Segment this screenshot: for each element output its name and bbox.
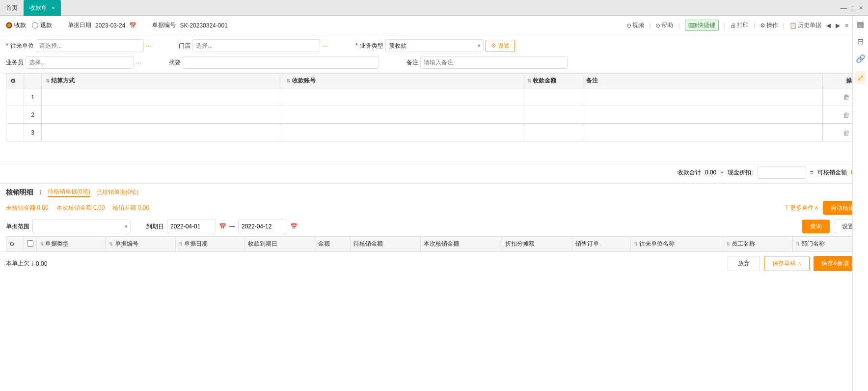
query-btn[interactable]: 查询 bbox=[802, 220, 830, 233]
tab-bar-controls: — □ × bbox=[840, 4, 868, 12]
save-draft-caret: ∧ bbox=[798, 261, 801, 266]
sort-icon[interactable]: ⇅ bbox=[46, 78, 50, 84]
counterpart-more-icon[interactable]: ··· bbox=[146, 42, 152, 50]
amount-input-1[interactable] bbox=[527, 94, 578, 101]
net-label: 可核销金额 bbox=[817, 168, 847, 177]
bottom-col-checkbox[interactable] bbox=[24, 237, 37, 251]
doc-limit-info: 本单上欠 ℹ 0.00 bbox=[6, 259, 47, 268]
doc-number-label: 单据编号 bbox=[152, 21, 176, 29]
delete-icon-3[interactable]: 🗑 bbox=[843, 129, 850, 137]
bottom-col-doc-date: ⇅ 单据日期 bbox=[175, 237, 244, 251]
help-btn[interactable]: ⊙ 帮助 bbox=[655, 21, 673, 29]
sidebar-icon-1[interactable]: ▦ bbox=[857, 20, 864, 29]
doc-range-field: 单据范围 ▼ bbox=[6, 220, 131, 233]
operation-btn[interactable]: ⚙ 操作 bbox=[760, 21, 778, 29]
note-input-2[interactable] bbox=[586, 112, 818, 118]
doc-range-select[interactable] bbox=[32, 220, 131, 233]
bottom-col-sales-order: 销售订单 bbox=[572, 237, 630, 251]
salesperson-input[interactable] bbox=[26, 56, 134, 69]
summary-row: 收款合计 0.00 + 现金折扣: = 可核销金额 0.00 bbox=[0, 162, 868, 183]
history-btn[interactable]: 📋 历史单据 bbox=[789, 21, 821, 29]
note-input-3[interactable] bbox=[586, 129, 818, 136]
form-row-1: * 往来单位 ··· 门店 ··· * 业务类型 预收款 ▼ bbox=[6, 39, 862, 52]
salesperson-label: 业务员 bbox=[6, 58, 24, 67]
more-conditions-btn[interactable]: ⊤ 更多条件 ∧ bbox=[784, 204, 819, 212]
select-all-checkbox[interactable] bbox=[27, 240, 33, 247]
radio-refund[interactable]: 退款 bbox=[32, 21, 52, 29]
footer: 本单上欠 ℹ 0.00 放弃 保存草稿 ∧ 保存&新增 ∧ bbox=[0, 251, 868, 275]
form-section: * 往来单位 ··· 门店 ··· * 业务类型 预收款 ▼ bbox=[0, 35, 868, 73]
bottom-col-employee: ⇅ 员工名称 bbox=[723, 237, 792, 251]
col-settings-header[interactable]: ⚙ bbox=[6, 74, 24, 88]
delete-icon-2[interactable]: 🗑 bbox=[843, 111, 850, 119]
delete-icon-1[interactable]: 🗑 bbox=[843, 93, 850, 101]
due-date-to[interactable] bbox=[238, 220, 287, 233]
note-input-1[interactable] bbox=[586, 94, 818, 101]
col-settlement-header: ⇅ 结算方式 bbox=[42, 74, 282, 88]
window-close-icon[interactable]: × bbox=[859, 4, 863, 12]
window-minimize-icon[interactable]: — bbox=[840, 4, 847, 12]
window-maximize-icon[interactable]: □ bbox=[851, 4, 855, 12]
amount-input-3[interactable] bbox=[527, 129, 578, 136]
calendar-from-icon[interactable]: 📅 bbox=[219, 223, 226, 230]
amount-input-2[interactable] bbox=[527, 112, 578, 118]
salesperson-more-icon[interactable]: ··· bbox=[136, 58, 141, 66]
settings-button[interactable]: ⚙ 设置 bbox=[486, 40, 515, 52]
print-btn[interactable]: 🖨 打印 bbox=[730, 21, 749, 29]
nuclear-filter-row: 单据范围 ▼ 到期日 📅 — 📅 查询 设置 bbox=[6, 217, 862, 236]
account-input-1[interactable] bbox=[286, 94, 518, 101]
sidebar-icon-3[interactable]: 🔗 bbox=[856, 54, 866, 63]
footer-info-icon: ℹ bbox=[31, 260, 34, 267]
discount-input[interactable] bbox=[757, 166, 806, 179]
due-date-label: 到期日 bbox=[146, 223, 164, 231]
bottom-table-wrapper: ⚙ ⇅ 单据类型 ⇅ 单据编号 ⇅ 单据日期 收款到期日 金额 待核销金额 本次… bbox=[6, 236, 862, 251]
shortcut-btn[interactable]: ⌨ 快捷键 bbox=[685, 20, 719, 31]
calendar-icon[interactable]: 📅 bbox=[129, 22, 136, 29]
bottom-col-settings[interactable]: ⚙ bbox=[6, 237, 24, 251]
due-date-from[interactable] bbox=[167, 220, 216, 233]
tab-home[interactable]: 首页 bbox=[0, 0, 24, 16]
business-type-select[interactable]: 预收款 bbox=[385, 39, 484, 52]
table-row: 2 🗑 ⧉ bbox=[6, 106, 862, 124]
store-input[interactable] bbox=[192, 39, 320, 52]
sort-icon-2[interactable]: ⇅ bbox=[286, 78, 290, 84]
nuclear-title: 核销明细 bbox=[6, 188, 33, 197]
video-btn[interactable]: ⊙ 视频 bbox=[626, 21, 644, 29]
counterpart-label: 往来单位 bbox=[10, 42, 34, 50]
tab-receipt[interactable]: 收款单 × bbox=[24, 0, 61, 16]
settlement-input-1[interactable] bbox=[46, 94, 278, 101]
doc-number-value: SK-20230324-001 bbox=[180, 22, 227, 29]
nav-left-icon[interactable]: ◀ bbox=[826, 22, 831, 29]
sidebar-icon-2[interactable]: ⊟ bbox=[857, 37, 864, 46]
save-draft-btn[interactable]: 保存草稿 ∧ bbox=[764, 256, 810, 271]
bottom-col-due-date: 收款到期日 bbox=[245, 237, 315, 251]
tab-close-icon[interactable]: × bbox=[52, 5, 54, 11]
account-input-3[interactable] bbox=[286, 129, 518, 136]
summary-label: 摘要 bbox=[169, 58, 181, 67]
settlement-input-3[interactable] bbox=[46, 129, 278, 136]
sidebar-icon-4[interactable]: ⤢ bbox=[855, 71, 866, 84]
sort-icon-3[interactable]: ⇅ bbox=[527, 78, 531, 84]
abandon-btn[interactable]: 放弃 bbox=[728, 256, 760, 271]
counterpart-input[interactable] bbox=[36, 39, 144, 52]
tab-pending[interactable]: 待核销单据(0笔) bbox=[48, 188, 90, 197]
form-row-2: 业务员 ··· 摘要 备注 bbox=[6, 56, 862, 69]
radio-receipt[interactable]: 收款 bbox=[6, 21, 26, 29]
current-cancel-stat: 本次核销金额 0.00 bbox=[56, 204, 105, 212]
calendar-to-icon[interactable]: 📅 bbox=[290, 223, 298, 230]
col-note-header: 备注 bbox=[582, 74, 822, 88]
summary-input[interactable] bbox=[183, 56, 379, 69]
store-more-icon[interactable]: ··· bbox=[322, 42, 328, 50]
settings-icon: ⚙ bbox=[10, 78, 16, 84]
tab-done[interactable]: 已核销单据(0笔) bbox=[96, 188, 139, 196]
total-label: 收款合计 bbox=[678, 168, 701, 177]
nav-right-icon[interactable]: ▶ bbox=[836, 22, 840, 29]
bottom-col-doc-number: ⇅ 单据编号 bbox=[106, 237, 175, 251]
list-view-icon[interactable]: ≡ bbox=[845, 22, 848, 29]
note-input[interactable] bbox=[420, 56, 568, 69]
account-input-2[interactable] bbox=[286, 112, 518, 118]
due-date-field: 到期日 📅 — 📅 bbox=[146, 220, 298, 233]
equals-sign: = bbox=[810, 169, 814, 176]
main-content: 收款 退款 单据日期 2023-03-24 📅 单据编号 SK-20230324… bbox=[0, 16, 868, 391]
settlement-input-2[interactable] bbox=[46, 112, 278, 118]
